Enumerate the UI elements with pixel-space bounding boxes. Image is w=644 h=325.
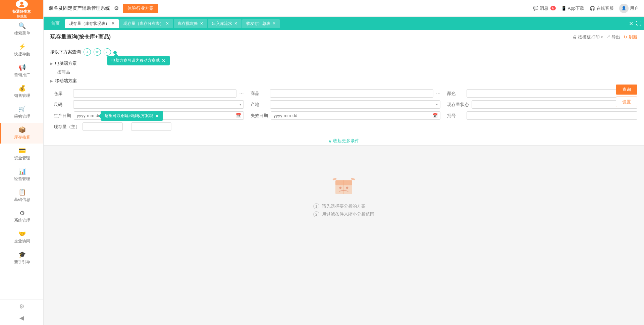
- stock-main-from[interactable]: [83, 122, 123, 131]
- tab-inventory-status[interactable]: 现存量（库存状况表） ✕: [65, 19, 119, 28]
- stock-status-label: 现存量状态: [447, 102, 469, 108]
- page-title: 现存量查询(按仓库+商品): [50, 34, 111, 41]
- sidebar-item-finance[interactable]: 💳 资金管理: [0, 144, 43, 164]
- sidebar-label-management: 经营管理: [14, 176, 30, 182]
- support-icon: 🎧: [590, 6, 595, 11]
- goods-label: 商品: [251, 91, 267, 97]
- tab-label-summary: 收发存汇总表: [246, 21, 270, 26]
- filter-expire-date: 失效日期 📅: [251, 111, 441, 120]
- color-select-wrap: ▾: [467, 89, 637, 98]
- sidebar-item-search[interactable]: 🔍 搜索菜单: [0, 19, 43, 40]
- industry-btn[interactable]: 体验行业方案: [123, 4, 158, 13]
- tab-close-all-icon[interactable]: ✕: [629, 20, 633, 27]
- add-scheme-btn[interactable]: +: [84, 48, 91, 56]
- scheme-mobile-label: 移动端方案: [55, 78, 77, 84]
- tab-close-inventory-status[interactable]: ✕: [111, 21, 115, 25]
- stock-status-select[interactable]: [472, 100, 637, 109]
- refresh-btn[interactable]: ↻ 刷新: [624, 34, 637, 40]
- system-icon: ⚙: [19, 209, 25, 217]
- tab-close-batch[interactable]: ✕: [200, 21, 203, 25]
- empty-state: 1 请先选择要分析的方案 2 用过滤条件来缩小分析范围: [44, 146, 644, 244]
- size-select[interactable]: [73, 100, 244, 109]
- message-item[interactable]: 💬 消息 6: [533, 5, 556, 11]
- sidebar-item-marketing[interactable]: 📢 营销推广: [0, 60, 43, 81]
- reset-btn[interactable]: 设置: [616, 97, 637, 107]
- produce-date-calendar-icon[interactable]: 📅: [236, 113, 241, 118]
- batch-input[interactable]: [467, 111, 637, 120]
- step-2-num: 2: [313, 211, 319, 217]
- edit-scheme-btn[interactable]: ✏: [94, 48, 101, 56]
- tab-close-flow[interactable]: ✕: [234, 21, 237, 25]
- print-btn[interactable]: 🖨 按模板打印 ▾: [572, 34, 603, 40]
- batch-label: 批号: [447, 113, 464, 119]
- purchase-icon: 🛒: [18, 105, 26, 113]
- sidebar-item-collab[interactable]: 🤝 企业协同: [0, 227, 43, 248]
- settings-icon[interactable]: ⚙: [114, 5, 119, 11]
- tab-label-flow: 出入库流水: [212, 21, 232, 26]
- step-1-num: 1: [313, 203, 319, 209]
- print-dropdown-icon: ▾: [601, 35, 603, 39]
- scheme-item-goods[interactable]: 按商品: [50, 68, 637, 76]
- expire-date-input[interactable]: [271, 111, 441, 120]
- tooltip2-close[interactable]: ✕: [155, 113, 159, 119]
- expire-date-calendar-icon[interactable]: 📅: [432, 113, 438, 118]
- filter-warehouse: 仓库 ···: [54, 89, 244, 98]
- tab-close-summary[interactable]: ✕: [272, 21, 276, 25]
- sidebar: 畅通好生意 标准版 🔍 搜索菜单 ⚡ 快捷导航 📢 营销推广 💰 销售管理 🛒 …: [0, 0, 44, 325]
- app-logo: 畅通好生意 标准版: [0, 0, 43, 19]
- goods-input[interactable]: [270, 89, 433, 98]
- sidebar-item-system[interactable]: ⚙ 系统管理: [0, 206, 43, 227]
- collapse-bar[interactable]: ∧ 收起更多条件: [44, 135, 644, 145]
- tab-batch[interactable]: 库存批次账 ✕: [174, 19, 207, 28]
- collapse-sidebar-icon[interactable]: ◀: [19, 314, 24, 322]
- warehouse-more-icon[interactable]: ···: [239, 91, 244, 97]
- export-btn[interactable]: ↗ 导出: [606, 34, 621, 40]
- stock-main-range: —: [83, 122, 637, 131]
- arrow-scheme-btn[interactable]: ←: [104, 48, 111, 56]
- sidebar-item-management[interactable]: 📊 经营管理: [0, 164, 43, 185]
- tab-maximize-icon[interactable]: ⛶: [636, 20, 641, 26]
- svg-point-5: [346, 187, 348, 189]
- message-badge: 6: [550, 6, 556, 10]
- sidebar-item-purchase[interactable]: 🛒 采购管理: [0, 102, 43, 123]
- warehouse-input[interactable]: [73, 89, 236, 98]
- settings-footer-icon[interactable]: ⚙: [19, 303, 24, 310]
- stock-main-label: 现存量（主）: [54, 124, 80, 130]
- tab-close-inventory-dist[interactable]: ✕: [166, 21, 169, 25]
- sidebar-item-sales[interactable]: 💰 销售管理: [0, 81, 43, 102]
- step-1-text: 请先选择要分析的方案: [322, 203, 366, 209]
- empty-step-1: 1 请先选择要分析的方案: [313, 203, 374, 209]
- sidebar-item-guide[interactable]: 🎓 新手引导: [0, 248, 43, 268]
- app-download-item[interactable]: 📱 App下载: [561, 5, 584, 11]
- filter-row-2: 尺码 ▾ 产地: [54, 100, 637, 109]
- color-select[interactable]: [467, 89, 637, 98]
- tooltip1-close[interactable]: ✕: [162, 58, 166, 63]
- filter-stock-status: 现存量状态 ▾: [447, 100, 637, 109]
- sidebar-menu: 🔍 搜索菜单 ⚡ 快捷导航 📢 营销推广 💰 销售管理 🛒 采购管理 📦 库存核…: [0, 19, 43, 299]
- tab-home[interactable]: 首页: [46, 18, 64, 29]
- refresh-label: 刷新: [629, 35, 637, 40]
- online-support-item[interactable]: 🎧 在线客服: [590, 5, 614, 11]
- size-select-wrap: ▾: [73, 100, 244, 109]
- search-btn[interactable]: 查询: [616, 85, 637, 95]
- tab-flow[interactable]: 出入库流水 ✕: [208, 19, 241, 28]
- sidebar-item-inventory[interactable]: 📦 库存核算: [0, 123, 43, 144]
- scheme-item-mobile[interactable]: ▶ 移动端方案: [50, 76, 637, 85]
- user-item[interactable]: 👤 用户: [619, 4, 639, 13]
- tab-summary[interactable]: 收发存汇总表 ✕: [242, 19, 280, 28]
- sidebar-item-nav[interactable]: ⚡ 快捷导航: [0, 40, 43, 60]
- filter-header: 按以下方案查询 + ✏ ← 电脑方案可设为移动方案哦 ✕: [50, 48, 637, 56]
- step-2-text: 用过滤条件来缩小分析范围: [322, 211, 374, 217]
- basic-icon: 📋: [18, 188, 26, 196]
- system-title: 装备及固定资产辅助管理系统: [49, 5, 110, 11]
- logo-icon: [16, 0, 28, 8]
- origin-select[interactable]: [270, 100, 441, 109]
- stock-main-to[interactable]: [131, 122, 171, 131]
- sidebar-item-basic[interactable]: 📋 基础信息: [0, 185, 43, 206]
- search-icon: 🔍: [18, 22, 26, 30]
- tab-inventory-dist[interactable]: 现存量（库存分布表） ✕: [119, 19, 173, 28]
- goods-more-icon[interactable]: ···: [436, 91, 440, 97]
- app-download-label: App下载: [568, 5, 584, 11]
- filter-origin: 产地 ▾: [251, 100, 441, 109]
- svg-point-4: [339, 187, 342, 189]
